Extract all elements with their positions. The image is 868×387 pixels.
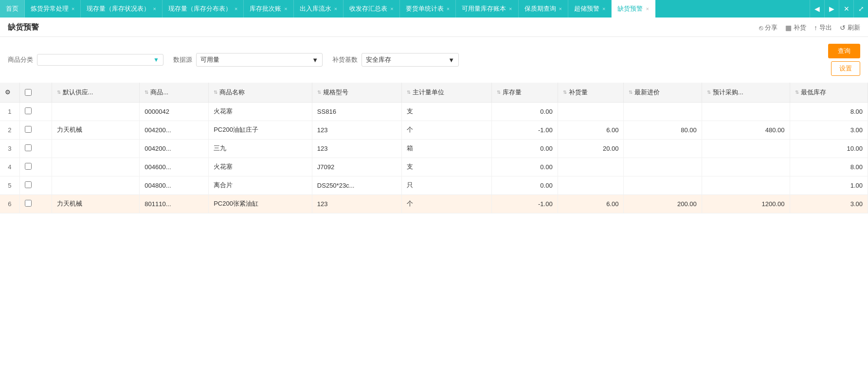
row-min-stock: 8.00 xyxy=(790,102,868,121)
replenish-base-select[interactable]: 安全库存 ▼ xyxy=(362,53,459,67)
row-num: 5 xyxy=(0,176,19,194)
query-button[interactable]: 查询 xyxy=(828,44,860,58)
table-row: 4 004600... 火花塞 J7092 支 0.00 8.00 xyxy=(0,158,868,176)
tab-stock-dist[interactable]: 现存量（库存分布表） × xyxy=(163,0,244,18)
row-spec: 123 xyxy=(312,121,401,139)
tab-batch[interactable]: 库存批次账 × xyxy=(244,0,293,18)
tab-lian-huo[interactable]: 炼货异常处理 × xyxy=(25,0,81,18)
row-estimated-purchase xyxy=(702,102,790,121)
table-row: 6 力天机械 801110... PC200张紧油缸 123 个 -1.00 6… xyxy=(0,194,868,213)
tab-expiry[interactable]: 保质期查询 × xyxy=(519,0,568,18)
tab-stock-dist-close[interactable]: × xyxy=(235,6,237,12)
export-button[interactable]: ↑ 导出 xyxy=(814,23,832,32)
tab-batch-close[interactable]: × xyxy=(284,6,287,12)
settings-button[interactable]: 设置 xyxy=(831,61,860,76)
tab-lian-huo-close[interactable]: × xyxy=(72,6,74,12)
row-checkbox[interactable] xyxy=(25,163,32,170)
tab-expiry-close[interactable]: × xyxy=(559,6,562,12)
col-estimated-purchase: ⇅ 预计采购... xyxy=(702,83,790,102)
nav-next-button[interactable]: ▶ xyxy=(824,0,839,18)
row-product-name: 火花塞 xyxy=(209,158,312,176)
tab-available-close[interactable]: × xyxy=(509,6,512,12)
sort-icon-est: ⇅ xyxy=(707,89,711,95)
row-product-code: 004200... xyxy=(140,121,209,139)
tab-overstock-close[interactable]: × xyxy=(602,6,605,12)
datasource-select[interactable]: 可用量 ▼ xyxy=(196,53,323,67)
datasource-dropdown-icon: ▼ xyxy=(312,56,318,64)
col-latest-price: ⇅ 最新进价 xyxy=(624,83,702,102)
filter-bar: 商品分类 ▼ 数据源 可用量 ▼ 补货基数 安全库存 ▼ 查询 设置 xyxy=(0,37,868,83)
row-spec: 123 xyxy=(312,194,401,213)
tab-home[interactable]: 首页 xyxy=(0,0,25,18)
row-unit: 支 xyxy=(401,102,491,121)
tab-stock-status-close[interactable]: × xyxy=(153,6,156,12)
row-product-code: 004800... xyxy=(140,176,209,194)
row-product-name: 三九 xyxy=(209,139,312,158)
row-supplier: 力天机械 xyxy=(52,121,140,139)
row-checkbox[interactable] xyxy=(25,200,32,207)
tab-available-label: 可用量库存账本 xyxy=(462,4,506,13)
row-checkbox[interactable] xyxy=(25,107,32,114)
category-dropdown-icon: ▼ xyxy=(153,56,159,63)
row-checkbox[interactable] xyxy=(25,126,32,133)
tab-summary[interactable]: 收发存汇总表 × xyxy=(344,0,399,18)
row-num: 3 xyxy=(0,139,19,158)
row-latest-price xyxy=(624,102,702,121)
row-min-stock: 8.00 xyxy=(790,158,868,176)
row-checkbox-cell xyxy=(19,176,52,194)
tab-order-stats-close[interactable]: × xyxy=(447,6,450,12)
row-stock: 0.00 xyxy=(491,176,558,194)
row-checkbox[interactable] xyxy=(25,144,32,151)
replenish-base-label: 补货基数 xyxy=(332,55,358,64)
replenish-label: 补货 xyxy=(794,23,806,32)
col-product-name: ⇅ 商品名称 xyxy=(209,83,312,102)
nav-prev-button[interactable]: ◀ xyxy=(810,0,824,18)
tab-summary-close[interactable]: × xyxy=(390,6,393,12)
row-supplier: 力天机械 xyxy=(52,194,140,213)
row-latest-price xyxy=(624,158,702,176)
tab-overstock-label: 超储预警 xyxy=(574,4,599,13)
row-spec: 123 xyxy=(312,139,401,158)
table-body: 1 0000042 火花塞 SS816 支 0.00 8.00 2 力天机械 0… xyxy=(0,102,868,213)
tab-order-stats[interactable]: 要货单统计表 × xyxy=(400,0,456,18)
tab-shortage[interactable]: 缺货预警 × xyxy=(612,0,655,18)
share-button[interactable]: ⎋ 分享 xyxy=(759,23,778,32)
row-checkbox-cell xyxy=(19,194,52,213)
refresh-icon: ↺ xyxy=(840,24,846,32)
tab-home-label: 首页 xyxy=(6,4,18,13)
select-all-checkbox[interactable] xyxy=(25,89,32,96)
col-default-supplier: ⇅ 默认供应... xyxy=(52,83,140,102)
category-select[interactable]: ▼ xyxy=(37,54,163,66)
nav-expand-button[interactable]: ⤢ xyxy=(853,0,868,18)
row-replenish: 6.00 xyxy=(558,194,624,213)
sort-icon-min: ⇅ xyxy=(795,89,799,95)
tab-flow[interactable]: 出入库流水 × xyxy=(294,0,344,18)
row-min-stock: 10.00 xyxy=(790,139,868,158)
row-supplier xyxy=(52,139,140,158)
row-replenish xyxy=(558,158,624,176)
replenish-button[interactable]: ▦ 补货 xyxy=(785,23,806,32)
tab-batch-label: 库存批次账 xyxy=(250,4,281,13)
row-checkbox[interactable] xyxy=(25,181,32,188)
refresh-button[interactable]: ↺ 刷新 xyxy=(840,23,860,32)
row-stock: 0.00 xyxy=(491,102,558,121)
row-product-name: PC200张紧油缸 xyxy=(209,194,312,213)
col-spec: ⇅ 规格型号 xyxy=(312,83,401,102)
table-row: 5 004800... 离合片 DS250*23c... 只 0.00 1.00 xyxy=(0,176,868,194)
share-label: 分享 xyxy=(765,23,778,32)
table-row: 1 0000042 火花塞 SS816 支 0.00 8.00 xyxy=(0,102,868,121)
tab-overstock[interactable]: 超储预警 × xyxy=(568,0,612,18)
datasource-value: 可用量 xyxy=(200,55,219,64)
table-header-row: ⚙ ⇅ 默认供应... xyxy=(0,83,868,102)
nav-close-button[interactable]: ✕ xyxy=(839,0,853,18)
category-filter: 商品分类 ▼ xyxy=(8,54,163,66)
sort-icon-code: ⇅ xyxy=(145,89,148,95)
gear-icon[interactable]: ⚙ xyxy=(5,88,11,96)
tab-available[interactable]: 可用量库存账本 × xyxy=(456,0,518,18)
tab-stock-status[interactable]: 现存量（库存状况表） × xyxy=(81,0,162,18)
row-checkbox-cell xyxy=(19,158,52,176)
tab-order-stats-label: 要货单统计表 xyxy=(406,4,444,13)
tab-flow-close[interactable]: × xyxy=(334,6,337,12)
row-product-name: 离合片 xyxy=(209,176,312,194)
tab-shortage-close[interactable]: × xyxy=(646,6,649,12)
